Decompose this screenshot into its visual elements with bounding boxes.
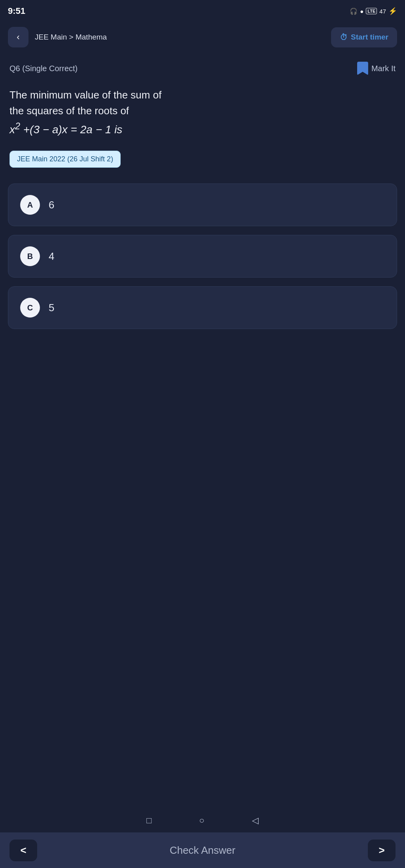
status-time: 9:51 [8, 6, 25, 16]
start-timer-button[interactable]: ⏱ Start timer [331, 27, 397, 47]
option-c-card[interactable]: C 5 [8, 286, 397, 329]
option-b-value: 4 [49, 250, 54, 263]
back-icon: ‹ [17, 32, 19, 42]
tag-container: JEE Main 2022 (26 Jul Shift 2) [0, 144, 405, 180]
question-meta: Q6 (Single Correct) Mark It [0, 54, 405, 79]
next-icon: > [379, 844, 384, 857]
next-question-button[interactable]: > [368, 840, 396, 861]
battery-level: 47 [379, 8, 386, 15]
lte-badge: LTE [366, 8, 377, 14]
options-container: A 6 B 4 C 5 [0, 180, 405, 333]
status-icons: 🎧 ● LTE 47 ⚡ [350, 7, 397, 15]
option-b-card[interactable]: B 4 [8, 235, 397, 278]
mark-it-label: Mark It [371, 64, 396, 73]
option-a-value: 6 [49, 199, 54, 211]
headphone-icon: 🎧 [350, 8, 358, 15]
question-label: Q6 (Single Correct) [9, 64, 78, 73]
status-bar: 9:51 🎧 ● LTE 47 ⚡ [0, 0, 405, 21]
option-c-value: 5 [49, 302, 54, 314]
header: ‹ JEE Main > Mathema ⏱ Start timer [0, 21, 405, 54]
prev-icon: < [20, 844, 26, 857]
question-line2: the squares of the roots of [9, 105, 129, 117]
square-nav-icon[interactable]: □ [146, 815, 151, 826]
question-text: The minimum value of the sum of the squa… [9, 87, 396, 138]
option-a-card[interactable]: A 6 [8, 183, 397, 226]
question-tag: JEE Main 2022 (26 Jul Shift 2) [9, 151, 121, 168]
system-nav-bar: □ ○ ◁ [0, 809, 405, 832]
location-icon: ● [360, 8, 363, 15]
option-b-badge: B [20, 246, 40, 266]
timer-label: Start timer [351, 33, 388, 42]
check-answer-button[interactable]: Check Answer [170, 844, 235, 857]
timer-icon: ⏱ [340, 33, 348, 42]
back-nav-icon[interactable]: ◁ [252, 815, 259, 826]
option-c-badge: C [20, 298, 40, 318]
option-a-badge: A [20, 195, 40, 215]
back-button[interactable]: ‹ [8, 27, 28, 47]
bolt-icon: ⚡ [388, 7, 397, 15]
breadcrumb: JEE Main > Mathema [35, 33, 325, 42]
question-math: x2 +(3 − a)x = 2a − 1 is [9, 123, 122, 136]
circle-nav-icon[interactable]: ○ [199, 815, 204, 826]
question-body: The minimum value of the sum of the squa… [0, 79, 405, 144]
prev-question-button[interactable]: < [9, 840, 37, 861]
question-line1: The minimum value of the sum of [9, 89, 161, 101]
bookmark-icon [357, 62, 368, 75]
mark-it-button[interactable]: Mark It [357, 62, 396, 75]
bottom-navigation: < Check Answer > [0, 832, 405, 868]
